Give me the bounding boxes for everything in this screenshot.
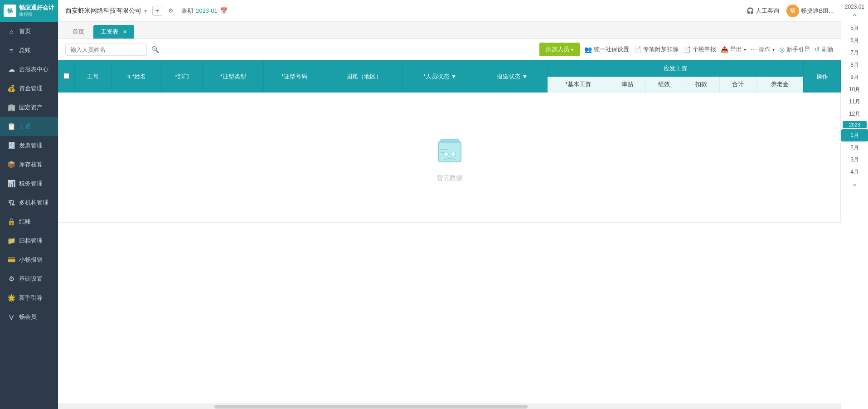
operations-icon: ⋯ <box>751 46 757 53</box>
col-allowance-header: 津贴 <box>609 77 645 93</box>
month-3[interactable]: 3月 <box>841 154 868 166</box>
invoice-icon: 🧾 <box>7 141 15 150</box>
month-4[interactable]: 4月 <box>841 166 868 178</box>
close-period-icon: 🔒 <box>7 218 15 226</box>
search-icon[interactable]: 🔍 <box>151 46 159 53</box>
special-deduction-label: 专项附加扣除 <box>643 45 679 54</box>
new-guide-button[interactable]: ◎ 新手引导 <box>779 45 810 54</box>
add-person-button[interactable]: 添加人员 ▾ <box>539 43 580 56</box>
sidebar-item-expense[interactable]: 💳 小畅报销 <box>0 250 58 269</box>
scrollbar-thumb[interactable] <box>214 405 528 409</box>
col-status-header[interactable]: *人员状态 ▼ <box>403 61 477 93</box>
sidebar-item-archive[interactable]: 📁 归档管理 <box>0 231 58 250</box>
header-right: 🎧 人工客询 畅 畅捷通B组... <box>747 5 834 17</box>
export-button[interactable]: 📤 导出 ▾ <box>721 45 746 54</box>
month-10[interactable]: 10月 <box>841 83 868 96</box>
month-8[interactable]: 8月 <box>841 59 868 71</box>
sidebar-item-member-label: 畅会员 <box>19 313 37 321</box>
svg-point-3 <box>451 152 456 156</box>
col-pension-header: 养老金 <box>756 77 804 93</box>
col-idtype-header: *证型类型 <box>203 61 264 93</box>
user-menu-button[interactable]: 畅 畅捷通B组... <box>786 5 834 17</box>
refresh-icon: ↺ <box>815 46 820 53</box>
sidebar-item-salary-label: 工资 <box>19 122 31 131</box>
empty-state-text: 暂无数据 <box>437 174 462 182</box>
sidebar-item-funds[interactable]: 💰 资金管理 <box>0 79 58 98</box>
tab-home[interactable]: 首页 <box>65 25 92 39</box>
add-person-chevron-icon: ▾ <box>571 47 573 52</box>
social-security-button[interactable]: 👥 统一社保设置 <box>584 45 629 54</box>
tab-salary-close-icon[interactable]: ✕ <box>123 29 127 34</box>
sidebar-item-home[interactable]: ⌂ 首页 <box>0 22 58 41</box>
sidebar-item-settings[interactable]: ⚙ 基础设置 <box>0 269 58 288</box>
month-12[interactable]: 12月 <box>841 108 868 120</box>
tax-filing-label: 个税申报 <box>693 45 716 54</box>
sidebar-item-ledger[interactable]: ≡ 总账 <box>0 41 58 60</box>
sidebar-item-ledger-label: 总账 <box>19 46 31 54</box>
special-deduction-button[interactable]: 📄 专项附加扣除 <box>634 45 679 54</box>
col-name-header: ⇅ *姓名 <box>112 61 161 93</box>
horizontal-scrollbar[interactable] <box>58 404 841 409</box>
company-settings-button[interactable]: ⚙ <box>166 6 176 16</box>
tab-salary[interactable]: 工资表 ✕ <box>93 25 134 39</box>
sidebar-item-assets[interactable]: 🏢 固定资产 <box>0 98 58 117</box>
sidebar-item-inventory-label: 库存核算 <box>19 161 43 169</box>
sidebar-item-member[interactable]: V 畅会员 <box>0 307 58 326</box>
logo-subtitle: 旗舰版 <box>19 11 54 18</box>
sidebar-item-tax[interactable]: 📊 税务管理 <box>0 174 58 193</box>
month-11[interactable]: 11月 <box>841 96 868 108</box>
sidebar-item-funds-label: 资金管理 <box>19 84 43 93</box>
sort-name-icon[interactable]: ⇅ <box>127 74 131 79</box>
logo-text-group: 畅应通好会计 旗舰版 <box>19 4 54 18</box>
year-badge: 2023 <box>843 121 867 128</box>
assets-icon: 🏢 <box>7 103 15 112</box>
calendar-icon[interactable]: 📅 <box>220 7 228 14</box>
salary-icon: 📋 <box>7 122 15 131</box>
sidebar-item-multi[interactable]: 🏗 多机构管理 <box>0 193 58 212</box>
refresh-button[interactable]: ↺ 刷新 <box>815 45 834 54</box>
select-all-checkbox[interactable] <box>63 73 69 79</box>
reports-icon: ☁ <box>7 65 15 73</box>
col-report-header[interactable]: 报送状态 ▼ <box>477 61 548 93</box>
right-panel-down-button[interactable]: ⌄ <box>851 178 858 189</box>
sidebar-item-reports[interactable]: ☁ 云报表中心 <box>0 60 58 79</box>
search-input[interactable] <box>65 44 147 56</box>
month-5[interactable]: 5月 <box>841 22 868 34</box>
guide-icon: 🌟 <box>7 294 15 302</box>
inventory-icon: 📦 <box>7 161 15 169</box>
sidebar-item-invoice[interactable]: 🧾 发票管理 <box>0 136 58 155</box>
month-6[interactable]: 6月 <box>841 34 868 47</box>
human-service-button[interactable]: 🎧 人工客询 <box>747 7 779 15</box>
new-guide-label: 新手引导 <box>786 45 810 54</box>
add-company-button[interactable]: + <box>152 6 162 16</box>
col-checkbox-header[interactable] <box>58 61 75 93</box>
month-7[interactable]: 7月 <box>841 47 868 59</box>
month-9[interactable]: 9月 <box>841 71 868 83</box>
sidebar-item-multi-label: 多机构管理 <box>19 199 48 207</box>
col-dept-header: *部门 <box>161 61 202 93</box>
sidebar-item-guide[interactable]: 🌟 新手引导 <box>0 288 58 307</box>
home-icon: ⌂ <box>7 28 15 35</box>
month-2[interactable]: 2月 <box>841 141 868 154</box>
right-panel-up-button[interactable]: ⌃ <box>851 12 858 22</box>
month-1[interactable]: 1月 <box>841 129 868 141</box>
col-id-header: 工号 <box>75 61 112 93</box>
tax-filing-button[interactable]: 📑 个税申报 <box>683 45 716 54</box>
right-panel-year-header: 2023.01 <box>843 2 866 12</box>
headphone-icon: 🎧 <box>747 7 754 14</box>
period-value: 2023-01 <box>196 7 218 14</box>
sidebar-item-close[interactable]: 🔒 结账 <box>0 212 58 231</box>
archive-icon: 📁 <box>7 237 15 245</box>
operations-chevron-icon: ▾ <box>772 47 775 52</box>
toolbar-right: 添加人员 ▾ 👥 统一社保设置 📄 专项附加扣除 📑 个税申报 📤 导出 ▾ <box>539 43 834 56</box>
sidebar-item-expense-label: 小畅报销 <box>19 256 43 264</box>
user-avatar: 畅 <box>786 5 799 17</box>
sidebar-item-inventory[interactable]: 📦 库存核算 <box>0 155 58 174</box>
special-deduction-icon: 📄 <box>634 46 641 53</box>
tax-filing-icon: 📑 <box>683 46 691 53</box>
company-selector[interactable]: 西安虾米网络科技有限公司 ▾ <box>65 7 147 15</box>
sidebar-item-salary[interactable]: 📋 工资 <box>0 117 58 136</box>
social-security-label: 统一社保设置 <box>594 45 629 54</box>
operations-button[interactable]: ⋯ 操作 ▾ <box>751 45 775 54</box>
sidebar-item-archive-label: 归档管理 <box>19 237 43 245</box>
